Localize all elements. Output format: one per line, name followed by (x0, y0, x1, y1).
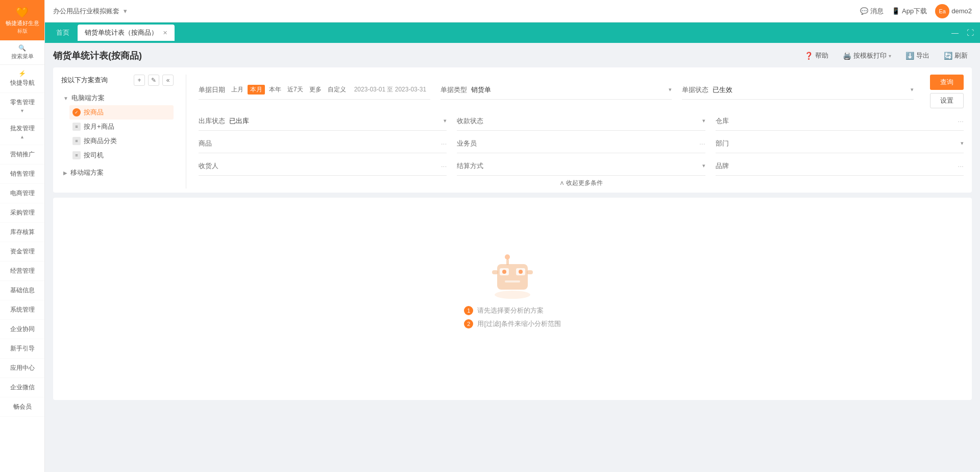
expand-btn[interactable]: ⛶ (965, 27, 976, 39)
svg-rect-9 (492, 270, 498, 274)
department-dropdown[interactable]: ▾ (961, 140, 964, 147)
retail-label: 零售管理 (10, 98, 35, 107)
finance-label: 资金管理 (10, 247, 35, 256)
message-btn[interactable]: 💬 消息 (860, 7, 884, 16)
type-dropdown-icon[interactable]: ▾ (669, 86, 672, 93)
sidebar-item-system[interactable]: 系统管理 (0, 300, 44, 320)
filter-container: 按以下方案查询 + ✎ « (61, 75, 964, 188)
sidebar-item-app-center[interactable]: 应用中心 (0, 359, 44, 378)
date-prev-btn[interactable]: 上月 (229, 85, 246, 95)
sidebar-item-wholesale[interactable]: 批发管理 ▲ (0, 119, 44, 145)
sidebar-item-sales[interactable]: 销售管理 (0, 164, 44, 184)
brand-dots[interactable]: ··· (958, 162, 964, 170)
operations-label: 经营管理 (10, 267, 35, 275)
scheme-panel-title: 按以下方案查询 (61, 76, 108, 85)
query-button[interactable]: 查询 (930, 75, 964, 90)
tab-active[interactable]: 销货单统计表（按商品） ✕ (78, 25, 175, 41)
date-label: 单据日期 (199, 85, 225, 95)
ecommerce-label: 电商管理 (10, 189, 35, 198)
status-dropdown-icon[interactable]: ▾ (911, 86, 914, 93)
inventory-label: 库存核算 (10, 228, 35, 237)
scheme-icon-2: ≡ (72, 137, 81, 145)
date-more-btn[interactable]: 更多 (307, 85, 324, 95)
message-icon: 💬 (860, 7, 868, 15)
industry-dropdown-icon[interactable]: ▾ (124, 7, 127, 15)
sidebar-item-quick-nav[interactable]: ⚡ 快捷导航 (0, 65, 44, 93)
filter-consignee: 收货人 ··· (199, 159, 447, 176)
app-download-label: App下载 (902, 7, 927, 16)
refresh-btn[interactable]: 🔄 刷新 (940, 49, 972, 62)
user-profile[interactable]: Ea demo2 (935, 4, 972, 18)
export-btn[interactable]: ⬇️ 导出 (901, 49, 934, 62)
date-custom-btn[interactable]: 自定义 (326, 85, 348, 95)
sidebar-item-finance[interactable]: 资金管理 (0, 242, 44, 262)
minimize-btn[interactable]: — (949, 27, 961, 39)
empty-illustration (482, 249, 543, 300)
sidebar-item-guide[interactable]: 新手引导 (0, 339, 44, 359)
sidebar-item-ecommerce[interactable]: 电商管理 (0, 184, 44, 203)
wholesale-label: 批发管理 (10, 124, 35, 133)
settings-button[interactable]: 设置 (930, 93, 964, 108)
scheme-item-label-2: 按商品分类 (84, 136, 117, 146)
scheme-items: ✓ 按商品 ≡ 按月+商品 ≡ 按商品分类 (61, 105, 174, 162)
tab-home-label: 首页 (56, 28, 69, 37)
scheme-item-by-goods[interactable]: ✓ 按商品 (69, 105, 174, 120)
sidebar-item-enterprise[interactable]: 企业协同 (0, 320, 44, 339)
tip-text-1: 请先选择要分析的方案 (477, 306, 544, 315)
empty-tips: 1 请先选择要分析的方案 2 用[过滤]条件来缩小分析范围 (464, 306, 560, 328)
scheme-collapse-btn[interactable]: « (162, 75, 174, 86)
app-download-btn[interactable]: 📱 App下载 (892, 7, 927, 16)
sidebar-item-purchase[interactable]: 采购管理 (0, 203, 44, 223)
sidebar-item-enterprise-wechat[interactable]: 企业微信 (0, 378, 44, 397)
tip-number-1: 1 (464, 306, 473, 315)
collapse-row[interactable]: ∧ 收起更多条件 (199, 176, 964, 188)
sidebar-search[interactable]: 🔍 搜索菜单 (0, 40, 44, 65)
app-name: 畅捷通好生意 (6, 20, 39, 26)
scheme-category-header-desktop[interactable]: ▼ 电脑端方案 (61, 91, 174, 105)
sidebar-item-basic[interactable]: 基础信息 (0, 281, 44, 300)
tip-text-2: 用[过滤]条件来缩小分析范围 (477, 319, 560, 328)
filter-date: 单据日期 上月 本月 本年 近7天 更多 自定义 2023-03-01 至 20… (199, 83, 430, 100)
sidebar-item-member[interactable]: 畅会员 (0, 397, 44, 417)
app-logo[interactable]: 🧡 畅捷通好生意 标版 (0, 0, 44, 40)
filter-sales-staff: 业务员 ··· (457, 137, 705, 153)
sidebar-item-retail[interactable]: 零售管理 ▼ (0, 93, 44, 119)
sidebar-item-operations[interactable]: 经营管理 (0, 262, 44, 281)
collapse-icon: « (166, 77, 170, 84)
system-label: 系统管理 (10, 305, 35, 314)
print-btn[interactable]: 🖨️ 按模板打印 ▾ (839, 49, 895, 62)
tab-home[interactable]: 首页 (49, 25, 77, 41)
filter-section: 按以下方案查询 + ✎ « (53, 67, 972, 193)
scheme-edit-btn[interactable]: ✎ (148, 75, 159, 86)
export-icon: ⬇️ (905, 52, 914, 60)
scheme-add-btn[interactable]: + (134, 75, 145, 86)
date-current-btn[interactable]: 本月 (248, 85, 265, 95)
help-btn[interactable]: ❓ 帮助 (800, 49, 832, 62)
warehouse-dots[interactable]: ··· (958, 117, 964, 125)
stock-status-dropdown[interactable]: ▾ (444, 117, 447, 124)
sales-staff-dots[interactable]: ··· (699, 139, 705, 148)
scheme-item-label-1: 按月+商品 (84, 122, 114, 131)
topbar-right: 💬 消息 📱 App下载 Ea demo2 (860, 4, 972, 18)
payment-status-dropdown[interactable]: ▾ (702, 117, 705, 124)
date-year-btn[interactable]: 本年 (267, 85, 283, 95)
filter-payment-status: 收款状态 ▾ (457, 114, 705, 131)
settlement-dropdown[interactable]: ▾ (702, 162, 705, 169)
scheme-category-header-mobile[interactable]: ▶ 移动端方案 (61, 166, 174, 180)
app-subtitle: 标版 (17, 28, 28, 34)
consignee-label: 收货人 (199, 161, 224, 171)
svg-point-4 (502, 270, 506, 274)
scheme-item-by-driver[interactable]: ≡ 按司机 (69, 148, 174, 162)
add-icon: + (137, 77, 141, 84)
date-week-btn[interactable]: 近7天 (285, 85, 305, 95)
tab-close-btn[interactable]: ✕ (163, 30, 167, 36)
scheme-item-by-category[interactable]: ≡ 按商品分类 (69, 134, 174, 148)
scheme-item-by-month-goods[interactable]: ≡ 按月+商品 (69, 120, 174, 134)
consignee-dots[interactable]: ··· (441, 162, 447, 170)
sidebar-item-marketing[interactable]: 营销推广 (0, 145, 44, 164)
action-buttons: 查询 设置 (930, 75, 964, 108)
sidebar-item-inventory[interactable]: 库存核算 (0, 223, 44, 242)
goods-dots[interactable]: ··· (441, 139, 447, 148)
app-download-icon: 📱 (892, 7, 900, 15)
mobile-arrow: ▶ (63, 170, 67, 176)
